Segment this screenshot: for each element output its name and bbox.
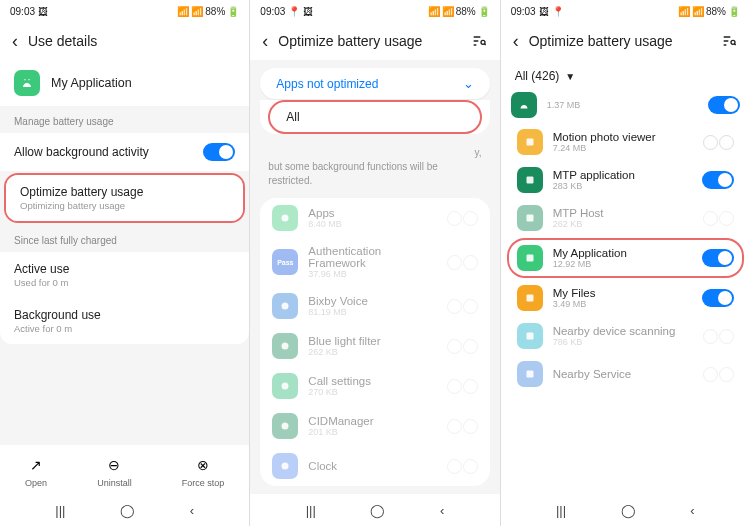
force-stop-button[interactable]: ⊗Force stop: [182, 455, 225, 488]
app-name: Apps: [308, 207, 436, 219]
section-label-since: Since last fully charged: [0, 225, 249, 252]
nav-home[interactable]: ◯: [370, 503, 385, 518]
app-icon: [517, 361, 543, 387]
app-icon: Pass: [272, 249, 298, 275]
partial-app-row[interactable]: 1.37 MB: [501, 92, 750, 123]
nav-home[interactable]: ◯: [621, 503, 636, 518]
app-icon: [517, 285, 543, 311]
app-size: 270 KB: [308, 387, 436, 397]
app-toggle[interactable]: [708, 96, 740, 114]
app-row[interactable]: Call settings270 KB: [260, 366, 489, 406]
app-row[interactable]: My Files3.49 MB: [507, 279, 744, 317]
svg-rect-13: [526, 333, 533, 340]
app-row[interactable]: CIDManager201 KB: [260, 406, 489, 446]
optimize-sub: Optimizing battery usage: [20, 200, 229, 211]
nav-home[interactable]: ◯: [120, 503, 135, 518]
optimize-battery-row[interactable]: Optimize battery usage Optimizing batter…: [6, 175, 243, 221]
filter-label: All (426): [515, 69, 560, 83]
active-use-row: Active use Used for 0 m: [0, 252, 249, 298]
app-row[interactable]: Bixby Voice81.19 MB: [260, 286, 489, 326]
nav-recents[interactable]: |||: [55, 503, 65, 518]
app-row[interactable]: Nearby Service: [507, 355, 744, 393]
back-icon[interactable]: ‹: [262, 31, 268, 52]
app-toggle-disabled: [447, 379, 478, 394]
app-row[interactable]: Blue light filter262 KB: [260, 326, 489, 366]
open-icon: ↗: [26, 455, 46, 475]
page-title: Optimize battery usage: [278, 33, 459, 49]
svg-point-2: [282, 303, 289, 310]
svg-point-3: [282, 343, 289, 350]
nav-recents[interactable]: |||: [556, 503, 566, 518]
header: ‹ Optimize battery usage: [501, 22, 750, 60]
status-time: 09:03: [10, 6, 35, 17]
app-name: Bixby Voice: [308, 295, 436, 307]
app-row[interactable]: Clock: [260, 446, 489, 486]
allow-background-row[interactable]: Allow background activity: [0, 133, 249, 171]
app-row[interactable]: Nearby device scanning786 KB: [507, 317, 744, 355]
app-row[interactable]: PassAuthentication Framework37.96 MB: [260, 238, 489, 286]
app-icon: [272, 333, 298, 359]
open-button[interactable]: ↗Open: [25, 455, 47, 488]
app-name: CIDManager: [308, 415, 436, 427]
app-row[interactable]: MTP application283 KB: [507, 161, 744, 199]
app-icon: [14, 70, 40, 96]
app-size: 3.49 MB: [553, 299, 692, 309]
app-toggle[interactable]: [702, 249, 734, 267]
optimize-highlight: Optimize battery usage Optimizing batter…: [4, 173, 245, 223]
app-row[interactable]: Motion photo viewer7.24 MB: [507, 123, 744, 161]
active-use-sub: Used for 0 m: [14, 277, 235, 288]
status-location-icon: 📍: [552, 6, 564, 17]
app-icon: [517, 205, 543, 231]
allow-bg-toggle[interactable]: [203, 143, 235, 161]
status-wifi-icon: 📶: [678, 6, 690, 17]
battery-icon: 🔋: [227, 6, 239, 17]
status-signal-icon: 📶: [191, 6, 203, 17]
app-name: Call settings: [308, 375, 436, 387]
filter-bar[interactable]: All (426) ▼: [501, 60, 750, 92]
dropdown-item-all[interactable]: All: [270, 102, 479, 132]
app-icon: [272, 453, 298, 479]
app-row[interactable]: Apps8.40 MB: [260, 198, 489, 238]
bg-use-sub: Active for 0 m: [14, 323, 235, 334]
app-name: Nearby Service: [553, 368, 693, 380]
app-toggle[interactable]: [702, 171, 734, 189]
app-row[interactable]: MTP Host262 KB: [507, 199, 744, 237]
header: ‹ Optimize battery usage: [250, 22, 499, 60]
dropdown-menu: All: [260, 100, 489, 134]
app-toggle-disabled: [703, 329, 734, 344]
app-toggle-disabled: [447, 211, 478, 226]
search-filter-icon[interactable]: [720, 32, 738, 50]
nav-back[interactable]: ‹: [190, 503, 194, 518]
status-wifi-icon: 📶: [177, 6, 189, 17]
app-icon: [511, 92, 537, 118]
nav-bar: ||| ◯ ‹: [501, 494, 750, 526]
svg-rect-14: [526, 371, 533, 378]
filter-dropdown[interactable]: Apps not optimized ⌄: [260, 68, 489, 99]
app-name: MTP Host: [553, 207, 693, 219]
chevron-down-icon: ▼: [565, 71, 575, 82]
status-time: 09:03: [511, 6, 536, 17]
status-time: 09:03: [260, 6, 285, 17]
app-size: 7.24 MB: [553, 143, 693, 153]
nav-back[interactable]: ‹: [440, 503, 444, 518]
chevron-down-icon: ⌄: [463, 76, 474, 91]
app-row-highlighted[interactable]: My Application12.92 MB: [507, 238, 744, 278]
uninstall-button[interactable]: ⊖Uninstall: [97, 455, 132, 488]
back-icon[interactable]: ‹: [513, 31, 519, 52]
status-bar: 09:03🖼 📶📶88%🔋: [0, 0, 249, 22]
nav-recents[interactable]: |||: [306, 503, 316, 518]
app-size: 262 KB: [308, 347, 436, 357]
back-icon[interactable]: ‹: [12, 31, 18, 52]
page-title: Optimize battery usage: [529, 33, 710, 49]
app-toggle[interactable]: [702, 289, 734, 307]
optimize-title: Optimize battery usage: [20, 185, 229, 199]
app-icon: [272, 205, 298, 231]
nav-back[interactable]: ‹: [690, 503, 694, 518]
app-name: My Application: [553, 247, 692, 259]
app-name: Nearby device scanning: [553, 325, 693, 337]
status-image-icon: 🖼: [539, 6, 549, 17]
search-filter-icon[interactable]: [470, 32, 488, 50]
app-size: 201 KB: [308, 427, 436, 437]
status-image-icon: 🖼: [303, 6, 313, 17]
allow-bg-label: Allow background activity: [14, 145, 195, 159]
